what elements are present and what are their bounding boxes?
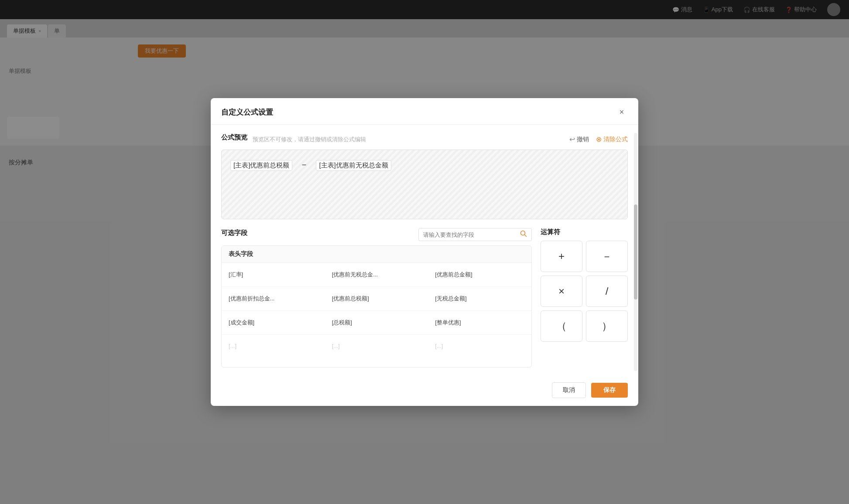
fields-search-input[interactable]: [423, 232, 517, 238]
clear-icon: ⊗: [596, 135, 602, 143]
formula-preview-area: [主表]优惠前总税额 － [主表]优惠前无税总金额: [221, 150, 628, 219]
formula-modal: 自定义公式设置 × 公式预览 预览区不可修改，请通过撤销或清除公式编辑 ↩ 撤销…: [211, 98, 638, 406]
modal-title: 自定义公式设置: [221, 107, 273, 117]
operators-grid: + － × / （ ）: [541, 241, 628, 342]
fields-grid: [汇率] [优惠前无税总金... [优惠前总金额]: [222, 263, 531, 286]
field-item[interactable]: [总税额]: [325, 314, 428, 331]
fields-table: 表头字段 [汇率] [优惠前无税总金... [优惠前总金额] [优惠前折扣总金.…: [221, 245, 532, 368]
search-icon: [520, 230, 527, 239]
field-item[interactable]: [成交金额]: [222, 314, 325, 331]
scrollbar-thumb: [634, 204, 637, 300]
field-item[interactable]: [...]: [428, 338, 531, 354]
fields-panel: 可选字段 表头字段 [汇率]: [221, 228, 532, 368]
svg-line-1: [525, 235, 527, 237]
operator-minus[interactable]: －: [586, 241, 628, 272]
undo-icon: ↩: [569, 135, 575, 143]
formula-hint: 预览区不可修改，请通过撤销或清除公式编辑: [253, 136, 366, 143]
formula-actions: ↩ 撤销 ⊗ 清除公式: [569, 135, 628, 143]
modal-footer: 取消 保存: [211, 376, 638, 406]
operator-multiply[interactable]: ×: [541, 276, 582, 307]
bottom-section: 可选字段 表头字段 [汇率]: [221, 228, 628, 368]
modal-body: 公式预览 预览区不可修改，请通过撤销或清除公式编辑 ↩ 撤销 ⊗ 清除公式 [主…: [211, 125, 638, 376]
field-item[interactable]: [优惠前总金额]: [428, 266, 531, 283]
field-item[interactable]: [...]: [222, 338, 325, 354]
fields-grid-3: [成交金额] [总税额] [整单优惠]: [222, 311, 531, 334]
formula-right-tag: [主表]优惠前无税总金额: [316, 160, 391, 171]
field-item[interactable]: [整单优惠]: [428, 314, 531, 331]
field-item[interactable]: [优惠前折扣总金...: [222, 290, 325, 307]
field-item[interactable]: [无税总金额]: [428, 290, 531, 307]
fields-search-box[interactable]: [418, 228, 532, 241]
formula-operator: －: [300, 160, 308, 169]
operator-open-paren[interactable]: （: [541, 310, 582, 342]
operators-title: 运算符: [541, 228, 628, 236]
undo-button[interactable]: ↩ 撤销: [569, 135, 589, 143]
modal-scrollbar[interactable]: [634, 133, 637, 371]
fields-grid-4: [...] [...] [...]: [222, 335, 531, 357]
field-item[interactable]: [...]: [325, 338, 428, 354]
fields-header: 可选字段: [221, 228, 532, 241]
fields-section-label: 可选字段: [221, 229, 247, 237]
operator-plus[interactable]: +: [541, 241, 582, 272]
fields-grid-2: [优惠前折扣总金... [优惠前总税额] [无税总金额]: [222, 287, 531, 310]
formula-left-tag: [主表]优惠前总税额: [230, 160, 292, 171]
modal-header: 自定义公式设置 ×: [211, 98, 638, 125]
close-button[interactable]: ×: [616, 106, 628, 118]
field-item[interactable]: [汇率]: [222, 266, 325, 283]
clear-formula-button[interactable]: ⊗ 清除公式: [596, 135, 628, 143]
operators-panel: 运算符 + － × / （ ）: [541, 228, 628, 368]
field-item[interactable]: [优惠前总税额]: [325, 290, 428, 307]
fields-group-header: 表头字段: [222, 246, 531, 263]
formula-content: [主表]优惠前总税额 － [主表]优惠前无税总金额: [230, 159, 619, 171]
field-item[interactable]: [优惠前无税总金...: [325, 266, 428, 283]
cancel-button[interactable]: 取消: [552, 382, 586, 398]
operator-divide[interactable]: /: [586, 276, 628, 307]
formula-section-left: 公式预览 预览区不可修改，请通过撤销或清除公式编辑: [221, 133, 366, 145]
save-button[interactable]: 保存: [591, 383, 628, 398]
operator-close-paren[interactable]: ）: [586, 310, 628, 342]
formula-section-label: 公式预览: [221, 133, 247, 142]
formula-section-header: 公式预览 预览区不可修改，请通过撤销或清除公式编辑 ↩ 撤销 ⊗ 清除公式: [221, 133, 628, 145]
